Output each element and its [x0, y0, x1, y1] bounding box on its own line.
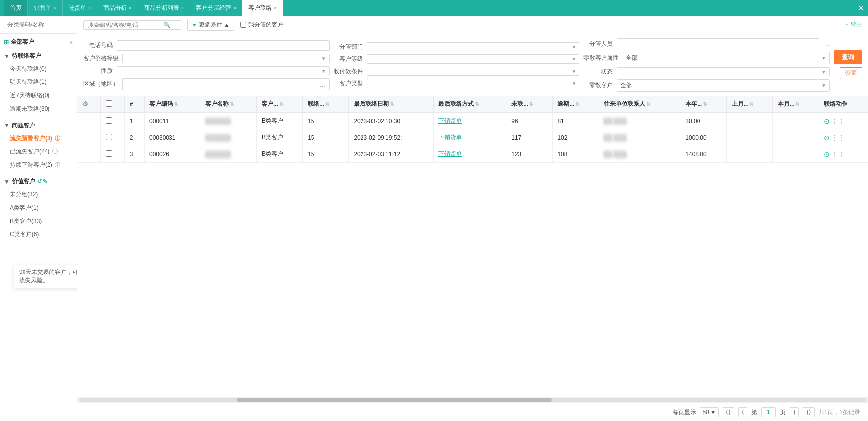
- more-action-icon[interactable]: ⋮⋮: [831, 134, 845, 142]
- status-select[interactable]: ▼: [617, 67, 830, 76]
- contact-action-icon[interactable]: ⊙: [824, 134, 830, 142]
- th-check[interactable]: [100, 96, 124, 113]
- tab-product-analysis-list-close[interactable]: ×: [181, 5, 184, 11]
- sidebar-search-input[interactable]: [4, 20, 77, 29]
- refresh-icon[interactable]: ↺: [37, 178, 42, 185]
- settings-button[interactable]: 设置: [840, 67, 862, 79]
- scrollbar-track[interactable]: [79, 398, 866, 402]
- th-this-month[interactable]: 本月...⇅: [772, 96, 819, 113]
- sort-unit-icon[interactable]: ⇅: [646, 101, 650, 107]
- next-page-button[interactable]: ⟩: [790, 407, 799, 417]
- price-level-select[interactable]: ▼: [122, 54, 330, 63]
- sort-method-icon[interactable]: ⇅: [475, 101, 479, 107]
- phone-input[interactable]: [117, 40, 330, 51]
- tab-sales-close[interactable]: ×: [53, 5, 56, 11]
- my-customers-checkbox[interactable]: [240, 22, 246, 28]
- tab-customer-contact[interactable]: 客户联络 ×: [242, 0, 283, 16]
- zero-attr-select[interactable]: 全部 ▼: [623, 52, 830, 64]
- row-checkbox[interactable]: [106, 134, 112, 140]
- row-action-icons[interactable]: [77, 129, 100, 146]
- contact-action-icon[interactable]: ⊙: [824, 117, 830, 125]
- payment-select[interactable]: ▼: [367, 67, 580, 76]
- tab-customer-tier[interactable]: 客户分层经营 ×: [190, 0, 242, 16]
- horizontal-scrollbar[interactable]: [77, 397, 868, 403]
- row-action[interactable]: ⊙ ⋮⋮: [819, 146, 868, 163]
- customer-level-select[interactable]: ▼: [367, 54, 580, 64]
- sort-overdue-icon[interactable]: ⇅: [575, 101, 579, 107]
- th-settings[interactable]: ⚙: [77, 96, 100, 113]
- row-action-icons[interactable]: [77, 113, 100, 129]
- sidebar-item-tomorrow[interactable]: 明天待联络(1): [0, 75, 77, 89]
- th-name[interactable]: 客户名称⇅: [200, 96, 256, 113]
- th-no-contact[interactable]: 未联...⇅: [506, 96, 553, 113]
- sidebar-group-lost-title[interactable]: ▼ 问题客户: [0, 120, 77, 132]
- tab-product-analysis-list[interactable]: 商品分析列表 ×: [138, 0, 191, 16]
- sidebar-item-class-a[interactable]: A类客户(1): [0, 201, 77, 215]
- prev-page-button[interactable]: ⟨: [738, 407, 747, 417]
- person-more-icon[interactable]: …: [823, 40, 830, 48]
- sort-year-icon[interactable]: ⇅: [703, 101, 707, 107]
- th-this-year[interactable]: 本年...⇅: [680, 96, 726, 113]
- tab-purchase[interactable]: 进货单 ×: [63, 0, 97, 16]
- sidebar-item-lost-warning[interactable]: 流失预警客户(3) ⓘ: [0, 132, 77, 145]
- row-action[interactable]: ⊙ ⋮⋮: [819, 129, 868, 146]
- row-action[interactable]: ⊙ ⋮⋮: [819, 113, 868, 129]
- filter-search-icon[interactable]: 🔍: [163, 22, 170, 28]
- sidebar-item-class-b[interactable]: B类客户(33): [0, 215, 77, 228]
- person-input[interactable]: [617, 38, 819, 49]
- sidebar-item-downturn[interactable]: 持续下滑客户(2) ⓘ: [0, 158, 77, 172]
- more-action-icon[interactable]: ⋮⋮: [831, 150, 845, 158]
- sidebar-group-value-title[interactable]: ▼ 价值客户 ↺ ✎: [0, 175, 77, 188]
- page-size-select[interactable]: 50 ▼: [700, 407, 718, 417]
- page-number-input[interactable]: [761, 407, 776, 417]
- settings-icon[interactable]: ⚙: [82, 100, 88, 108]
- row-checkbox[interactable]: [106, 150, 112, 157]
- last-page-button[interactable]: ⟩⟩: [803, 407, 815, 417]
- sidebar-item-class-c[interactable]: C类客户(6): [0, 228, 77, 241]
- region-more-icon[interactable]: …: [319, 80, 326, 88]
- filter-search-box[interactable]: 🔍: [83, 20, 181, 30]
- region-select[interactable]: …: [122, 78, 330, 90]
- sort-code-icon[interactable]: ⇅: [174, 101, 178, 107]
- sidebar-item-already-lost[interactable]: 已流失客户(24) ⓘ: [0, 145, 77, 158]
- sidebar-item-week7[interactable]: 近7天待联络(0): [0, 89, 77, 102]
- tab-home[interactable]: 首页: [4, 0, 28, 16]
- tab-product-analysis[interactable]: 商品分析 ×: [97, 0, 138, 16]
- th-overdue[interactable]: 逾期...⇅: [553, 96, 599, 113]
- sort-type-icon[interactable]: ⇅: [279, 101, 283, 107]
- export-button[interactable]: ↑ 导出: [845, 21, 862, 29]
- edit-icon[interactable]: ✎: [43, 178, 47, 185]
- sidebar-item-ungroup[interactable]: 未分组(32): [0, 188, 77, 201]
- sort-contact-icon[interactable]: ⇅: [325, 101, 329, 107]
- th-contact[interactable]: 联络...⇅: [303, 96, 349, 113]
- sort-last-month-icon[interactable]: ⇅: [749, 101, 753, 107]
- retail-select[interactable]: 全部 ▼: [617, 79, 830, 92]
- th-unit-contact[interactable]: 往来单位联系人⇅: [599, 96, 680, 113]
- customer-type-select[interactable]: ▼: [367, 79, 580, 88]
- th-customer-type[interactable]: 客户...⇅: [256, 96, 302, 113]
- sidebar-item-today[interactable]: 今天待联络(0): [0, 62, 77, 75]
- th-last-contact-method[interactable]: 最后联络方式⇅: [433, 96, 506, 113]
- nature-select[interactable]: ▼: [117, 66, 330, 75]
- query-button[interactable]: 查询: [834, 50, 862, 64]
- th-last-contact-date[interactable]: 最后联络日期⇅: [349, 96, 434, 113]
- row-action-icons[interactable]: [77, 146, 100, 163]
- sidebar-group-pending-title[interactable]: ▼ 待联络客户: [0, 50, 77, 62]
- tab-sales[interactable]: 销售单 ×: [28, 0, 63, 16]
- sidebar-collapse-icon[interactable]: «: [70, 39, 73, 46]
- filter-more-conditions[interactable]: ▼ 更多条件 ▲: [187, 19, 234, 31]
- sort-month-icon[interactable]: ⇅: [796, 101, 799, 107]
- select-all-checkbox[interactable]: [106, 100, 112, 107]
- row-checkbox[interactable]: [106, 117, 112, 124]
- first-page-button[interactable]: ⟨⟨: [723, 407, 734, 417]
- sidebar-root[interactable]: ⊞ 全部客户 «: [0, 34, 77, 48]
- sidebar-item-overdue[interactable]: 逾期未联络(30): [0, 102, 77, 116]
- sort-name-icon[interactable]: ⇅: [230, 101, 234, 107]
- filter-search-input[interactable]: [88, 22, 161, 28]
- contact-action-icon[interactable]: ⊙: [824, 150, 830, 158]
- dept-select[interactable]: ▼: [367, 42, 580, 51]
- th-last-month[interactable]: 上月...⇅: [726, 96, 772, 113]
- tab-customer-contact-close[interactable]: ×: [274, 5, 277, 11]
- more-action-icon[interactable]: ⋮⋮: [831, 117, 845, 125]
- my-customers-checkbox-container[interactable]: 我分管的客户: [240, 21, 284, 29]
